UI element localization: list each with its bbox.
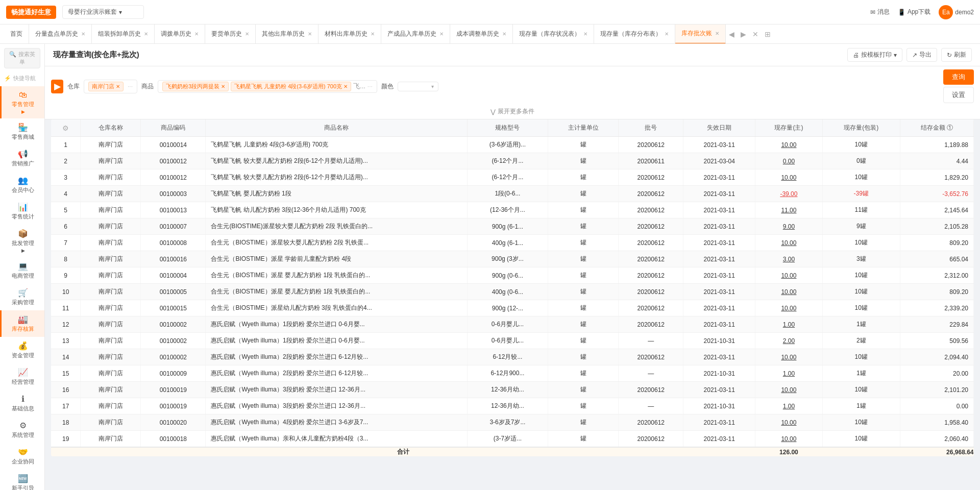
tab-4[interactable]: 要货单历史 ✕ <box>205 24 256 44</box>
tab-close-7[interactable]: ✕ <box>439 31 444 37</box>
cell-batch: 20200612 <box>619 251 683 267</box>
tab-5[interactable]: 其他出库单历史 ✕ <box>256 24 318 44</box>
th-checkbox: ⚙ <box>51 119 81 137</box>
cell-batch: 20200612 <box>619 316 683 333</box>
color-selector[interactable]: ▾ <box>398 82 438 91</box>
warehouse-remove-btn[interactable]: ✕ <box>116 84 120 89</box>
footer-total-amount: 26,968.64 <box>900 447 973 456</box>
cell-amount: -3,652.76 <box>900 186 973 202</box>
cell-qty: 10.00 <box>755 137 823 153</box>
cell-qty-pkg: 10罐 <box>822 137 900 153</box>
username: demo2 <box>955 9 974 16</box>
th-qty-main: 现存量(主) <box>755 119 823 137</box>
print-btn[interactable]: 🖨 按模板打印 ▾ <box>847 48 902 62</box>
cell-expiry: 2021-10-31 <box>683 365 755 382</box>
tab-11-active[interactable]: 库存批次账 ✕ <box>675 24 726 44</box>
sidebar-item-marketing[interactable]: 📢 营销推广 <box>0 145 44 172</box>
chevron-down-icon: ▾ <box>119 9 122 16</box>
cell-name: 飞鹤星飞帆 较大婴儿配方奶粉 2段(6-12个月婴幼儿适用)... <box>206 153 468 169</box>
sidebar-item-purchase[interactable]: 🛒 采购管理 <box>0 284 44 310</box>
cell-warehouse: 南岸门店 <box>81 300 141 316</box>
cell-name: 飞鹤星飞帆 儿童奶粉 4段(3-6岁适用) 700克 <box>206 137 468 153</box>
tab-3[interactable]: 调拨单历史 ✕ <box>155 24 205 44</box>
sidebar-item-guide[interactable]: 🆕 新手引导 <box>0 470 44 490</box>
cell-amount: 2,101.20 <box>900 382 973 398</box>
tab-9[interactable]: 现存量（库存状况表） ✕ <box>513 24 594 44</box>
cell-qty: 9.00 <box>755 218 823 235</box>
sidebar-item-finance[interactable]: 💰 资金管理 <box>0 337 44 363</box>
sidebar-item-base[interactable]: ℹ 基础信息 <box>0 390 44 416</box>
user-profile[interactable]: Ea demo2 <box>939 5 974 19</box>
column-settings-icon[interactable]: ⚙ <box>62 124 69 132</box>
tab-next-btn[interactable]: ▶ <box>738 30 749 38</box>
sidebar-item-member[interactable]: 👥 会员中心 <box>0 172 44 198</box>
setting-button[interactable]: 设置 <box>943 87 974 103</box>
tab-close-10[interactable]: ✕ <box>665 31 669 37</box>
product-selector[interactable]: 飞鹤奶粉3段丙两提装 ✕ 飞鹤星飞帆 儿童奶粉 4段(3-6岁适用) 700克 … <box>158 80 377 93</box>
sidebar-item-wholesale[interactable]: 📦 批发管理 ▶ <box>0 225 44 257</box>
tab-7[interactable]: 产成品入库单历史 ✕ <box>381 24 450 44</box>
export-icon: ↗ <box>912 52 917 59</box>
cell-code: 00100002 <box>141 349 206 365</box>
tab-prev-btn[interactable]: ◀ <box>726 30 738 38</box>
workspace-selector[interactable]: 母婴行业演示账套 ▾ <box>62 5 144 19</box>
tab-close-11[interactable]: ✕ <box>715 31 719 36</box>
header-row: ⚙ 仓库名称 商品编码 商品名称 规格型号 主计量单位 批号 失效日期 现存量(… <box>51 119 974 137</box>
product-tag-1-remove[interactable]: ✕ <box>221 84 225 89</box>
sidebar-item-system[interactable]: ⚙ 系统管理 <box>0 416 44 443</box>
sidebar-item-operations[interactable]: 📈 经营管理 <box>0 363 44 390</box>
tab-10[interactable]: 现存量（库存分布表） ✕ <box>594 24 675 44</box>
cell-batch: 20200612 <box>619 284 683 300</box>
app-download-btn[interactable]: 📱 App下载 <box>898 8 930 16</box>
tab-close-8[interactable]: ✕ <box>502 31 506 37</box>
cell-qty: 1.00 <box>755 365 823 382</box>
tab-1[interactable]: 分量盘点单历史 ✕ <box>29 24 92 44</box>
tab-2[interactable]: 组装拆卸单历史 ✕ <box>92 24 155 44</box>
sidebar-item-stats[interactable]: 📊 零售统计 <box>0 198 44 225</box>
cell-name: 合生元（BIOSTIME）派星较大婴儿配方奶粉 2段 乳铁蛋... <box>206 235 468 251</box>
product-ellipsis[interactable]: 飞... <box>353 82 365 91</box>
footer-total-qty: 126.00 <box>755 447 823 456</box>
cell-no: 7 <box>51 235 81 251</box>
sidebar-item-retail[interactable]: 🛍 零售管理 ▶ <box>0 86 44 118</box>
sidebar-item-ecommerce[interactable]: 💻 电商管理 <box>0 257 44 284</box>
sidebar-item-shop[interactable]: 🏪 零售商城 <box>0 118 44 145</box>
tab-8[interactable]: 成本调整单历史 ✕ <box>450 24 513 44</box>
tab-home[interactable]: 首页 <box>4 24 29 44</box>
tab-menu-btn[interactable]: ⊞ <box>762 30 774 38</box>
table-row: 6 南岸门店 00100007 合生元(BIOSTIME)派星较大婴儿配方奶粉 … <box>51 218 974 235</box>
print-dropdown-icon: ▾ <box>894 52 897 59</box>
export-btn[interactable]: ↗ 导出 <box>906 48 937 62</box>
table-container[interactable]: ⚙ 仓库名称 商品编码 商品名称 规格型号 主计量单位 批号 失效日期 现存量(… <box>45 119 980 490</box>
tab-close-5[interactable]: ✕ <box>308 31 312 37</box>
sidebar-item-inventory[interactable]: 🏭 库存核算 <box>0 310 44 337</box>
search-btn[interactable]: 🔍 搜索英单 <box>4 48 40 68</box>
cell-warehouse: 南岸门店 <box>81 349 141 365</box>
cell-batch: 20200611 <box>619 153 683 169</box>
arrow2-icon: ▶ <box>21 248 25 253</box>
refresh-btn[interactable]: ↻ 刷新 <box>941 48 972 62</box>
th-expiry: 失效日期 <box>683 119 755 137</box>
cell-qty: 11.00 <box>755 202 823 218</box>
expand-sidebar-btn[interactable]: ▶ <box>51 80 63 93</box>
tab-close-9[interactable]: ✕ <box>583 31 587 37</box>
sidebar-item-collab[interactable]: 🤝 企业协同 <box>0 443 44 470</box>
table-row: 1 南岸门店 00100014 飞鹤星飞帆 儿童奶粉 4段(3-6岁适用) 70… <box>51 137 974 153</box>
message-icon: ✉ <box>870 9 875 16</box>
tab-close-1[interactable]: ✕ <box>81 31 85 37</box>
cell-warehouse: 南岸门店 <box>81 382 141 398</box>
sidebar: 🔍 搜索英单 ⚡快捷导航 🛍 零售管理 ▶ 🏪 零售商城 📢 营销推广 👥 会员… <box>0 44 45 490</box>
tab-close-6[interactable]: ✕ <box>371 31 375 37</box>
warehouse-selector[interactable]: 南岸门店 ✕ ··· <box>84 80 137 93</box>
query-button[interactable]: 查询 <box>943 69 974 85</box>
expand-more-btn[interactable]: ⋁ 展开更多条件 <box>491 107 534 116</box>
product-tag-2-remove[interactable]: ✕ <box>344 84 348 89</box>
tab-close-all[interactable]: ✕ <box>749 30 762 38</box>
tab-close-2[interactable]: ✕ <box>144 31 148 37</box>
tab-close-4[interactable]: ✕ <box>245 31 249 37</box>
tab-close-3[interactable]: ✕ <box>194 31 199 37</box>
cell-qty: 10.00 <box>755 349 823 365</box>
message-btn[interactable]: ✉ 消息 <box>870 8 890 16</box>
cell-code: 00100013 <box>141 202 206 218</box>
tab-6[interactable]: 材料出库单历史 ✕ <box>318 24 381 44</box>
